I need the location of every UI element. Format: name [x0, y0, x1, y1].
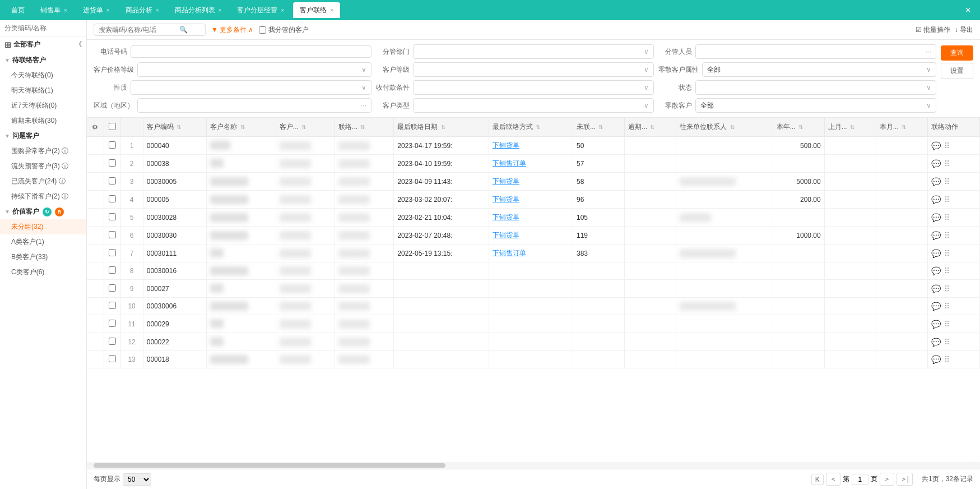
chat-icon[interactable]: 💬 [931, 231, 941, 240]
row-checkbox[interactable] [109, 195, 116, 202]
more-icon[interactable]: ⠿ [944, 231, 950, 240]
more-icon[interactable]: ⠿ [944, 355, 950, 364]
tab-sales[interactable]: 销售单 × [34, 2, 74, 18]
nature-select[interactable]: ∨ [131, 80, 371, 95]
sidebar-item-churned[interactable]: 已流失客户(24) ⓘ [0, 174, 86, 189]
more-icon[interactable]: ⠿ [944, 141, 950, 150]
th-last-contact-way[interactable]: 最后联络方式 ⇅ [489, 118, 573, 137]
chat-icon[interactable]: 💬 [931, 249, 941, 258]
close-all-tabs[interactable]: × [960, 4, 976, 16]
more-icon[interactable]: ⠿ [944, 338, 950, 347]
th-last-contact-date[interactable]: 最后联络日期 ⇅ [394, 118, 489, 137]
chat-icon[interactable]: 💬 [931, 302, 941, 311]
last-page-btn[interactable]: ＞| [897, 473, 913, 486]
page-input[interactable] [852, 474, 868, 485]
tab-goods-analysis-list[interactable]: 商品分析列表 × [168, 2, 229, 18]
sort-lm[interactable]: ⇅ [850, 124, 854, 130]
tab-home[interactable]: 首页 [4, 2, 31, 18]
cell-last-way[interactable]: 下销售订单 [489, 155, 573, 173]
cust-type-select[interactable]: ∨ [413, 98, 654, 113]
tab-purchase-close[interactable]: × [106, 7, 110, 13]
price-grade-select[interactable]: ∨ [137, 62, 371, 77]
more-icon[interactable]: ⠿ [944, 213, 950, 222]
chat-icon[interactable]: 💬 [931, 159, 941, 168]
row-checkbox[interactable] [109, 320, 116, 327]
query-button[interactable]: 查询 [941, 45, 973, 61]
phone-input[interactable] [131, 45, 371, 58]
sidebar-item-b-class[interactable]: B类客户(33) [0, 250, 86, 265]
cell-check[interactable] [104, 298, 120, 315]
th-type[interactable]: 客户... ⇅ [276, 118, 335, 137]
filter-mine[interactable]: 我分管的客户 [259, 25, 309, 35]
tab-goods-analysis[interactable]: 商品分析 × [119, 2, 166, 18]
cell-last-way[interactable]: 下销售订单 [489, 245, 573, 262]
filter-search-box[interactable]: 🔍 [94, 24, 206, 36]
tab-goods-analysis-close[interactable]: × [156, 7, 159, 13]
chat-icon[interactable]: 💬 [931, 355, 941, 364]
more-icon[interactable]: ⠿ [944, 249, 950, 258]
th-name[interactable]: 客户名称 ⇅ [207, 118, 276, 137]
sort-code[interactable]: ⇅ [177, 124, 181, 130]
more-icon[interactable]: ⠿ [944, 284, 950, 293]
filter-mine-checkbox[interactable] [259, 26, 266, 34]
th-contact[interactable]: 联络... ⇅ [335, 118, 394, 137]
tab-customer-contact-close[interactable]: × [330, 7, 333, 13]
more-icon[interactable]: ⠿ [944, 302, 950, 311]
chat-icon[interactable]: 💬 [931, 338, 941, 347]
row-checkbox[interactable] [109, 213, 116, 220]
chat-icon[interactable]: 💬 [931, 141, 941, 150]
tab-customer-layer-close[interactable]: × [281, 7, 284, 13]
row-checkbox[interactable] [109, 141, 116, 149]
filter-more-btn[interactable]: ▼ 更多条件 ∧ [211, 25, 253, 35]
first-page-btn[interactable]: K [811, 474, 824, 485]
row-checkbox[interactable] [109, 302, 116, 309]
cell-check[interactable] [104, 333, 120, 351]
cell-check[interactable] [104, 262, 120, 280]
sort-contact[interactable]: ⇅ [360, 124, 365, 130]
row-checkbox[interactable] [109, 355, 116, 362]
sidebar-group-problem[interactable]: ▼ 问题客户 [0, 128, 86, 144]
cell-last-way[interactable]: 下销货单 [489, 191, 573, 209]
cell-check[interactable] [104, 280, 120, 298]
sort-cp[interactable]: ⇅ [730, 124, 735, 130]
filter-search-icon[interactable]: 🔍 [179, 26, 188, 34]
cell-check[interactable] [104, 245, 120, 262]
tab-goods-analysis-list-close[interactable]: × [219, 7, 222, 13]
row-checkbox[interactable] [109, 266, 116, 274]
chat-icon[interactable]: 💬 [931, 284, 941, 293]
row-checkbox[interactable] [109, 159, 116, 167]
th-this-year[interactable]: 本年... ⇅ [773, 118, 824, 137]
sidebar-item-overdue[interactable]: 逾期未联络(30) [0, 113, 86, 128]
more-icon[interactable]: ⠿ [944, 195, 950, 204]
chat-icon[interactable]: 💬 [931, 177, 941, 186]
cell-check[interactable] [104, 173, 120, 191]
next-page-btn[interactable]: ＞ [880, 473, 894, 486]
sidebar-item-today-pending[interactable]: 今天待联络(0) [0, 68, 86, 83]
tab-purchase[interactable]: 进货单 × [76, 2, 117, 18]
person-select[interactable]: ··· [695, 44, 936, 59]
chat-icon[interactable]: 💬 [931, 320, 941, 329]
sidebar-group-value[interactable]: ▼ 价值客户 ↻ R [0, 204, 86, 219]
per-page-select[interactable]: 50 100 200 [123, 473, 151, 486]
cell-check[interactable] [104, 137, 120, 155]
dept-select[interactable]: ∨ [413, 44, 654, 59]
sidebar-group-pending[interactable]: ▼ 待联络客户 [0, 53, 86, 68]
row-checkbox[interactable] [109, 177, 116, 184]
th-last-month[interactable]: 上月... ⇅ [824, 118, 876, 137]
tab-customer-contact[interactable]: 客户联络 × [293, 2, 340, 18]
th-no-contact[interactable]: 未联... ⇅ [573, 118, 625, 137]
reset-button[interactable]: 设置 [941, 63, 973, 79]
sort-overdue[interactable]: ⇅ [650, 124, 654, 130]
cell-check[interactable] [104, 191, 120, 209]
row-checkbox[interactable] [109, 284, 116, 292]
cust-grade-select[interactable]: ∨ [413, 62, 654, 77]
sidebar-item-churn-warning[interactable]: 流失预警客户(3) ⓘ [0, 159, 86, 174]
sort-name[interactable]: ⇅ [240, 124, 245, 130]
row-checkbox[interactable] [109, 231, 116, 238]
more-icon[interactable]: ⠿ [944, 159, 950, 168]
cell-last-way[interactable]: 下销货单 [489, 137, 573, 155]
cell-last-way[interactable]: 下销货单 [489, 227, 573, 245]
th-code[interactable]: 客户编码 ⇅ [143, 118, 206, 137]
filter-search-input[interactable] [99, 26, 177, 34]
cell-last-way[interactable]: 下销货单 [489, 209, 573, 227]
